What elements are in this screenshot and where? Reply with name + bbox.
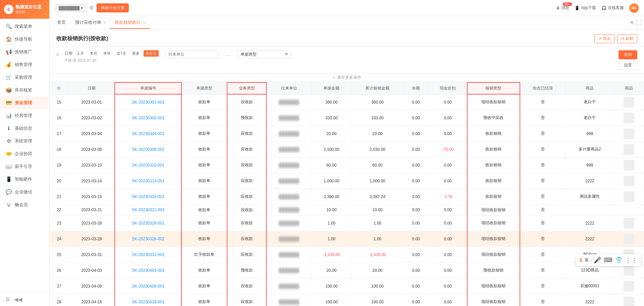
sn-link[interactable]: SK-20230304-001 [132, 131, 164, 136]
cell-product2 [614, 110, 644, 126]
table-row[interactable]: 17 2023-03-04 SK-20230304-001 收款单 应收款 ██… [50, 126, 644, 141]
sidebar-icon-1: 🏠 [5, 36, 12, 42]
cell-product2 [614, 294, 644, 306]
sidebar-item-2[interactable]: 📢营销推广 [0, 46, 49, 58]
grid-icon[interactable]: ⋮⋮ [625, 256, 637, 264]
sidebar-item-6[interactable]: 💳资金管理 [0, 97, 49, 109]
query-button[interactable]: 查询 [619, 50, 637, 59]
tab-2[interactable]: 收款核销执行× [110, 17, 150, 29]
cell-product2 [614, 278, 644, 294]
sidebar-item-8[interactable]: ℹ基础信息 [0, 122, 49, 135]
date-this-year[interactable]: 本年 [101, 50, 113, 57]
logo-icon: 6 [4, 5, 13, 14]
date-this-month[interactable]: 本月 [88, 50, 99, 57]
collapse-icon[interactable]: ◀◀ [14, 296, 22, 303]
col-settings[interactable]: ⚙ [50, 82, 68, 94]
table-row[interactable]: 23 2023-03-28 SK-20230328-001 收款单 应收款 ██… [50, 215, 644, 231]
sidebar: 6 畅康道好生意 标推版 🔍搜索菜单🏠快捷导航📢营销推广💰销售管理🛒采购管理📦库… [0, 0, 50, 306]
table-row[interactable]: 18 2023-03-08 SK-20230308-001 收款单 应收款 ██… [50, 141, 644, 157]
cell-no: 22 [50, 204, 68, 215]
sn-link[interactable]: SK-20230321-003 [132, 207, 164, 212]
sidebar-label-8: 基础信息 [15, 125, 32, 131]
float-label: 英 [585, 257, 589, 263]
sidebar-item-12[interactable]: 📱智能硬件 [0, 173, 49, 186]
date-more[interactable]: 更多 [130, 50, 142, 57]
filter-toggle-icon[interactable]: » [56, 52, 59, 57]
sn-link[interactable]: SK-20230418-001 [132, 300, 164, 304]
company-selector[interactable]: ████████ ▾ [55, 4, 87, 12]
sidebar-item-4[interactable]: 🛒采购管理 [0, 71, 49, 84]
date-custom-button[interactable]: 自定义 [144, 50, 159, 57]
table-row[interactable]: 21 2023-03-15 SK-20230315-002 收款单 应收款 ██… [50, 189, 644, 204]
date-last-month[interactable]: 上月 [74, 50, 86, 57]
shirt-icon[interactable]: 👕 [615, 256, 623, 264]
cell-biz-type: 应收款 [227, 231, 266, 247]
setting-button[interactable]: 设置 [619, 61, 637, 70]
sn-link[interactable]: SK-20230403-002 [132, 268, 164, 273]
mic-icon[interactable]: 🎤 [594, 256, 601, 264]
app-download-button[interactable]: 📱 App下载 [575, 5, 596, 11]
expand-window-icon[interactable]: ⛶ [636, 20, 641, 26]
user-avatar[interactable]: Rit [629, 3, 639, 13]
table-row[interactable]: 24 2023-03-28 SK-20230328-002 收款单 应收款 ██… [50, 231, 644, 247]
cell-amount: 1,000.00 [312, 173, 352, 189]
table-row[interactable]: 16 2023-03-02 SK-20230302-002 收款单 预收款 ██… [50, 110, 644, 126]
tab-0[interactable]: 首页 [52, 17, 70, 29]
sidebar-item-11[interactable]: 📖新手引导 [0, 160, 49, 173]
sidebar-item-1[interactable]: 🏠快捷导航 [0, 33, 49, 46]
sn-link[interactable]: SK-20230314-001 [132, 179, 164, 183]
main-content: ████████ ▾ ⚙ 体验行业方案 🖥 消息 99+ 📱 App下载 🎧 在… [50, 0, 644, 306]
sn-link[interactable]: SK-20230328-001 [132, 221, 164, 226]
sidebar-item-13[interactable]: 💬企业微信 [0, 186, 49, 198]
sidebar-item-0[interactable]: 🔍搜索菜单 [0, 20, 49, 33]
message-button[interactable]: 🖥 消息 99+ [556, 5, 569, 11]
cell-biz-type: 应收款 [227, 189, 266, 204]
cell-amount: 3,390.00 [312, 189, 352, 204]
bill-type-select[interactable]: 单据类型 收款单 红字收款单 [237, 50, 291, 58]
filter-dots[interactable]: ··· [226, 52, 231, 59]
sn-link[interactable]: SK-20230301-002 [132, 100, 164, 105]
sn-link[interactable]: SK-20230302-002 [132, 116, 164, 120]
settings-icon[interactable]: ⚙ [5, 296, 10, 303]
expand-more-row[interactable]: ∨ 展开更多条件 [50, 73, 644, 82]
sidebar-item-9[interactable]: ⚙系统管理 [0, 135, 49, 147]
cell-settled: 否 [520, 141, 566, 157]
sn-link[interactable]: SK-20230310-001 [132, 163, 164, 168]
table-row[interactable]: 26 2023-04-03 SK-20230403-002 收款单 预收款 ██… [50, 262, 644, 278]
table-row[interactable]: 15 2023-03-01 SK-20230301-002 收款单 应收款 ██… [50, 94, 644, 110]
sn-link[interactable]: SK-20230308-001 [132, 147, 164, 152]
sn-link[interactable]: SK-20230328-002 [132, 237, 164, 241]
gear-icon[interactable]: ⚙ [89, 5, 94, 11]
solution-button[interactable]: 体验行业方案 [97, 3, 129, 12]
sn-link[interactable]: SK-20230408-001 [132, 284, 164, 289]
sidebar-item-5[interactable]: 📦库存核算 [0, 84, 49, 97]
close-window-icon[interactable]: ✕ [630, 19, 634, 26]
table-row[interactable]: 28 2023-04-18 SK-20230418-001 收款单 应收款 ██… [50, 294, 644, 306]
keyboard-icon[interactable]: ⌨ [604, 256, 612, 264]
sn-link[interactable]: SK-20230315-002 [132, 194, 164, 199]
cell-verified: 3,387.24 [352, 189, 404, 204]
service-button[interactable]: 🎧 在线客服 [601, 5, 624, 11]
tab-close-1[interactable]: × [103, 20, 105, 24]
partner-input[interactable] [165, 50, 219, 58]
cell-verify-type: 现结收款核销 [467, 204, 520, 215]
sn-link[interactable]: SK-20230331-002 [132, 252, 164, 257]
sidebar-item-3[interactable]: 💰销售管理 [0, 58, 49, 71]
table-row[interactable]: 25 2023-03-31 SK-20230331-002 红字收款单 应收款 … [50, 247, 644, 262]
sidebar-item-7[interactable]: 📊经营管理 [0, 109, 49, 122]
phone-icon: 📱 [575, 6, 580, 10]
table-row[interactable]: 19 2023-03-10 SK-20230310-001 收款单 应收款 ██… [50, 157, 644, 173]
cell-balance: 0.00 [404, 94, 429, 110]
tab-close-2[interactable]: × [143, 20, 145, 24]
export-button[interactable]: ↗ 导出 [594, 34, 614, 43]
sidebar-icon-4: 🛒 [5, 74, 12, 80]
sidebar-item-14[interactable]: V畅会员 [0, 198, 49, 211]
refresh-button[interactable]: ↺ 刷新 [617, 34, 637, 43]
sidebar-item-10[interactable]: 🤝企业协同 [0, 147, 49, 160]
table-row[interactable]: 22 2023-03-21 SK-20230321-003 收款单 应收款 ██… [50, 204, 644, 215]
date-7days[interactable]: 近7天 [115, 50, 128, 57]
tab-bar-end: 首页预计应收付单×收款核销执行× [52, 17, 630, 29]
table-row[interactable]: 20 2023-03-14 SK-20230314-001 收款单 应收款 ██… [50, 173, 644, 189]
tab-1[interactable]: 预计应收付单× [70, 17, 110, 29]
table-row[interactable]: 27 2023-04-08 SK-20230408-001 收款单 应收款 ██… [50, 278, 644, 294]
